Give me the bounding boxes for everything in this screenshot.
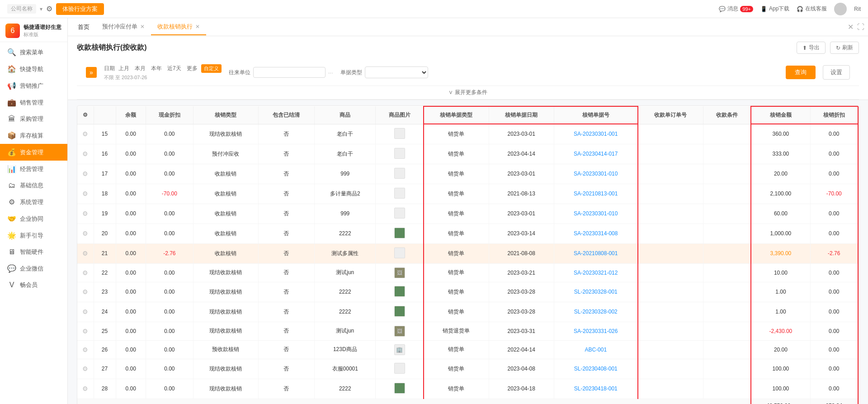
table-cell[interactable]: ⚙ bbox=[77, 144, 94, 164]
close-tab-btn[interactable]: ✕ bbox=[848, 23, 854, 31]
date-btn-this-year[interactable]: 本年 bbox=[149, 64, 164, 73]
query-btn[interactable]: 查询 bbox=[786, 66, 816, 79]
row-gear-icon[interactable]: ⚙ bbox=[82, 288, 88, 295]
row-gear-icon[interactable]: ⚙ bbox=[82, 190, 88, 197]
sidebar-item-label: 营销推广 bbox=[20, 82, 43, 90]
sidebar-item-corp[interactable]: 🤝 企业协同 bbox=[0, 210, 67, 227]
filter-expand-btn[interactable]: » bbox=[86, 67, 97, 78]
row-gear-icon[interactable]: ⚙ bbox=[82, 130, 88, 138]
avatar[interactable] bbox=[834, 3, 847, 15]
table-cell[interactable]: ⚙ bbox=[77, 204, 94, 223]
date-btn-7days[interactable]: 近7天 bbox=[165, 64, 183, 73]
message-btn[interactable]: 💬 消息 99+ bbox=[719, 5, 753, 13]
table-cell bbox=[638, 282, 703, 302]
table-cell[interactable]: ⚙ bbox=[77, 359, 94, 379]
table-cell[interactable]: ⚙ bbox=[77, 184, 94, 204]
table-cell[interactable]: ⚙ bbox=[77, 223, 94, 243]
table-row: ⚙280.000.00现结收款核销否2222销货单2023-04-18SL-20… bbox=[77, 379, 858, 399]
table-cell[interactable]: ⚙ bbox=[77, 164, 94, 184]
sidebar-item-hardware[interactable]: 🖥 智能硬件 bbox=[0, 244, 67, 260]
export-btn[interactable]: ⬆ 导出 bbox=[797, 42, 826, 54]
app-download-btn[interactable]: 📱 App下载 bbox=[760, 5, 789, 13]
message-label: 消息 bbox=[727, 5, 738, 13]
row-gear-icon[interactable]: ⚙ bbox=[82, 308, 88, 315]
row-gear-icon[interactable]: ⚙ bbox=[82, 150, 88, 157]
page-header: 收款核销执行(按收款) ⬆ 导出 ↻ 刷新 » bbox=[68, 36, 868, 100]
table-cell[interactable]: ⚙ bbox=[77, 302, 94, 322]
table-cell[interactable]: ⚙ bbox=[77, 243, 94, 263]
partner-label: 往来单位 bbox=[229, 69, 250, 76]
gear-icon[interactable]: ⚙ bbox=[46, 5, 52, 13]
sidebar-item-wechat[interactable]: 💬 企业微信 bbox=[0, 260, 67, 277]
tab-close-icon[interactable]: ✕ bbox=[195, 24, 200, 30]
row-gear-icon[interactable]: ⚙ bbox=[82, 328, 88, 335]
date-btn-last-month[interactable]: 上月 bbox=[117, 64, 131, 73]
tab-verify[interactable]: 收款核销执行 ✕ bbox=[151, 19, 206, 35]
table-cell: 2023-03-21 bbox=[489, 263, 554, 282]
table-cell[interactable]: ⚙ bbox=[77, 263, 94, 282]
table-cell: SA-20230314-008 bbox=[554, 223, 638, 243]
table-cell bbox=[376, 282, 424, 302]
table-cell[interactable]: ⚙ bbox=[77, 322, 94, 340]
table-cell[interactable]: ⚙ bbox=[77, 282, 94, 302]
sidebar-item-quick[interactable]: 🏠 快捷导航 bbox=[0, 61, 67, 77]
table-cell: 🖼 bbox=[376, 322, 424, 340]
sidebar-item-inventory[interactable]: 📦 库存核算 bbox=[0, 127, 67, 144]
tab-prepay[interactable]: 预付冲应付单 ✕ bbox=[96, 19, 151, 35]
sidebar-item-guide[interactable]: 🌟 新手引导 bbox=[0, 227, 67, 244]
date-btn-this-month[interactable]: 本月 bbox=[133, 64, 147, 73]
partner-input[interactable] bbox=[253, 67, 326, 78]
table-cell[interactable]: ⚙ bbox=[77, 124, 94, 144]
filter-date-group: 日期 上月 本月 本年 近7天 更多 自定义 不限 至 2023-07-26 bbox=[104, 64, 222, 81]
setting-btn[interactable]: 设置 bbox=[823, 65, 850, 80]
sidebar-item-purchase[interactable]: 🏛 采购管理 bbox=[0, 111, 67, 127]
date-btn-more[interactable]: 更多 bbox=[185, 64, 199, 73]
expand-tab-btn[interactable]: ⛶ bbox=[857, 23, 864, 31]
table-cell: 预付冲应收 bbox=[193, 144, 258, 164]
table-cell: 老白干 bbox=[315, 144, 376, 164]
table-cell: 0.00 bbox=[146, 322, 193, 340]
table-cell bbox=[703, 184, 751, 204]
row-gear-icon[interactable]: ⚙ bbox=[82, 170, 88, 177]
row-gear-icon[interactable]: ⚙ bbox=[82, 346, 88, 353]
th-settings[interactable]: ⚙ bbox=[77, 106, 94, 124]
table-cell bbox=[376, 243, 424, 263]
table-cell: 现结收款核销 bbox=[193, 379, 258, 399]
table-cell: ABC-001 bbox=[554, 340, 638, 359]
sidebar-item-sales[interactable]: 💼 销售管理 bbox=[0, 94, 67, 111]
receipt-type-select[interactable] bbox=[365, 67, 428, 78]
tab-home[interactable]: 首页 bbox=[71, 19, 96, 35]
table-row: ⚙230.000.00现结收款核销否2222销货单2023-03-28SL-20… bbox=[77, 282, 858, 302]
row-gear-icon[interactable]: ⚙ bbox=[82, 230, 88, 237]
online-service-btn[interactable]: 🎧 在线客服 bbox=[797, 5, 827, 13]
sidebar-item-system[interactable]: ⚙ 系统管理 bbox=[0, 194, 67, 210]
table-cell[interactable]: ⚙ bbox=[77, 379, 94, 399]
sidebar-item-basic[interactable]: 🗂 基础信息 bbox=[0, 177, 67, 194]
date-custom-btn[interactable]: 自定义 bbox=[201, 64, 222, 73]
table-cell: 26 bbox=[94, 340, 116, 359]
refresh-btn[interactable]: ↻ 刷新 bbox=[830, 42, 859, 54]
expand-more-btn[interactable]: ∨ 展开更多条件 bbox=[448, 89, 487, 96]
sidebar-item-marketing[interactable]: 📢 营销推广 bbox=[0, 77, 67, 94]
table-cell bbox=[376, 223, 424, 243]
industry-btn[interactable]: 体验行业方案 bbox=[56, 3, 104, 15]
row-gear-icon[interactable]: ⚙ bbox=[82, 210, 88, 217]
row-gear-icon[interactable]: ⚙ bbox=[82, 365, 88, 372]
table-cell: SL-20230418-001 bbox=[554, 379, 638, 399]
refresh-icon: ↻ bbox=[836, 45, 840, 51]
row-gear-icon[interactable]: ⚙ bbox=[82, 385, 88, 392]
table-cell[interactable]: ⚙ bbox=[77, 340, 94, 359]
row-gear-icon[interactable]: ⚙ bbox=[82, 250, 88, 257]
table-cell: -70.00 bbox=[146, 184, 193, 204]
company-name[interactable]: 公司名称 bbox=[7, 4, 36, 14]
row-gear-icon[interactable]: ⚙ bbox=[82, 269, 88, 276]
tab-close-icon[interactable]: ✕ bbox=[140, 24, 145, 30]
sidebar-item-finance[interactable]: 💰 资金管理 bbox=[0, 144, 67, 161]
table-row: ⚙240.000.00现结收款核销否2222销货单2023-03-28SL-20… bbox=[77, 302, 858, 322]
sidebar-item-label: 搜索菜单 bbox=[20, 48, 43, 57]
th-verify-type: 核销类型 bbox=[193, 106, 258, 124]
sidebar-item-vip[interactable]: V 畅会员 bbox=[0, 277, 67, 293]
hardware-icon: 🖥 bbox=[7, 248, 16, 256]
sidebar-item-search[interactable]: 🔍 搜索菜单 bbox=[0, 44, 67, 61]
sidebar-item-operation[interactable]: 📊 经营管理 bbox=[0, 161, 67, 177]
